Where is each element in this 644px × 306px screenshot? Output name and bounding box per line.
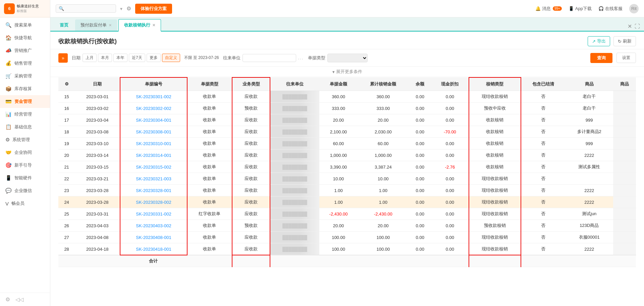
row-verifytype: 预收中应收 — [469, 103, 521, 114]
partner-filter-input[interactable] — [243, 54, 296, 62]
tab-prepay-close[interactable]: ✕ — [109, 23, 112, 27]
doc-no-link[interactable]: SK-20230408-001 — [136, 235, 171, 240]
row-verifytype: 收款核销 — [469, 126, 521, 138]
row-date: 2023-03-04 — [75, 114, 120, 126]
sidebar-item-guide[interactable]: 🎯 新手引导 — [0, 159, 50, 172]
doc-no-link[interactable]: SK-20230315-002 — [136, 165, 171, 170]
date-this-month-btn[interactable]: 本月 — [98, 54, 112, 62]
doc-no-link[interactable]: SK-20230301-002 — [136, 94, 171, 99]
doc-no-link[interactable]: SK-20230328-001 — [136, 188, 171, 193]
table-row: 25 2023-03-31 SK-20230331-002 红字收款单 应收款 … — [58, 208, 636, 220]
home-icon: 🏠 — [5, 35, 12, 41]
doc-no-link[interactable]: SK-20230331-002 — [136, 211, 171, 217]
sidebar-item-purchase[interactable]: 🛒 采购管理 — [0, 70, 50, 82]
content-area: 收款核销执行(按收款) ↗ 导出 ↻ 刷新 » 日期 上月 本月 — [50, 32, 644, 306]
sidebar-item-sales[interactable]: 💰 销售管理 — [0, 57, 50, 70]
table-row: 28 2023-04-18 SK-20230418-001 收款单 应收款 ██… — [58, 243, 636, 255]
row-cash-discount: 0.00 — [431, 149, 469, 161]
date-last-month-btn[interactable]: 上月 — [83, 54, 97, 62]
export-icon: ↗ — [592, 39, 596, 44]
sidebar-item-finance[interactable]: 💳 资金管理 — [0, 95, 50, 108]
topbar-search-input[interactable] — [65, 6, 106, 11]
row-cumulative: 20.00 — [358, 114, 409, 126]
receipt-type-label: 单据类型 — [308, 55, 325, 61]
row-goods: 测试jun — [565, 208, 613, 220]
partner-cell: ████████ — [270, 173, 319, 185]
date-more-btn[interactable]: 更多 — [147, 54, 161, 62]
user-avatar[interactable]: Rit — [629, 4, 639, 13]
doc-no-link[interactable]: SK-20230314-001 — [136, 153, 171, 158]
table-row: 18 2023-03-08 SK-20230308-001 收款单 应收款 ██… — [58, 126, 636, 138]
sidebar-item-search[interactable]: 🔍 搜索菜单 — [0, 19, 50, 32]
date-7days-btn[interactable]: 近7天 — [129, 54, 145, 62]
sidebar-item-member[interactable]: V 畅会员 — [0, 197, 50, 210]
filter-bar: » 日期 上月 本月 本年 近7天 更多 自定义 不限 至 2023-07-26… — [50, 49, 644, 67]
row-cash-discount: 0.00 — [431, 232, 469, 243]
table-row: 24 2023-03-28 SK-20230328-002 收款单 应收款 ██… — [58, 196, 636, 208]
tab-main-close[interactable]: ✕ — [152, 23, 155, 27]
row-settled: 否 — [521, 220, 566, 232]
doc-no-link[interactable]: SK-20230310-001 — [136, 141, 171, 146]
topbar: 🔍 ▾ ⚙ 体验行业方案 🔔 消息 99+ 📱 App下载 🎧 在线客服 Rit — [50, 0, 644, 17]
row-amount: 20.00 — [319, 114, 358, 126]
row-balance: 0.00 — [409, 196, 431, 208]
doc-no-link[interactable]: SK-20230328-002 — [136, 200, 171, 205]
doc-no-link[interactable]: SK-20230302-002 — [136, 106, 171, 111]
tab-expand-btn[interactable]: ⛶ — [635, 23, 640, 29]
sidebar-item-nav[interactable]: 🏠 快捷导航 — [0, 32, 50, 44]
date-filter-label: 日期 — [72, 55, 80, 61]
row-settled: 否 — [521, 173, 566, 185]
row-balance: 0.00 — [409, 149, 431, 161]
trial-btn[interactable]: 体验行业方案 — [135, 4, 172, 14]
tab-main[interactable]: 收款核销执行 ✕ — [118, 19, 161, 32]
row-cumulative: 100.00 — [358, 232, 409, 243]
date-this-year-btn[interactable]: 本年 — [113, 54, 127, 62]
row-cash-discount: 0.00 — [431, 196, 469, 208]
row-docno: SK-20230328-001 — [120, 185, 187, 196]
sidebar-item-wechat[interactable]: 💬 企业微信 — [0, 184, 50, 197]
topbar-gear-icon[interactable]: ⚙ — [126, 5, 131, 12]
sidebar-item-operation[interactable]: 📊 经营管理 — [0, 108, 50, 121]
expand-more-btn[interactable]: ▾ 展开更多条件 — [332, 69, 362, 75]
row-no: 20 — [58, 149, 75, 161]
sidebar-item-marketing[interactable]: 📣 营销推广 — [0, 44, 50, 57]
receipt-type-select[interactable]: 收款单 红字收款单 — [327, 54, 368, 62]
query-btn[interactable]: 查询 — [590, 53, 612, 63]
row-cash-discount: 0.00 — [431, 173, 469, 185]
settings-icon[interactable]: ⚙ — [5, 296, 10, 303]
doc-no-link[interactable]: SK-20230304-001 — [136, 118, 171, 123]
tab-close-btn[interactable]: ✕ — [628, 23, 632, 29]
collapse-icon[interactable]: ◁◁ — [15, 296, 23, 303]
export-btn[interactable]: ↗ 导出 — [588, 36, 610, 46]
partner-cell: ████████ — [270, 91, 319, 103]
doc-no-link[interactable]: SK-20230308-001 — [136, 129, 171, 134]
table-row: 19 2023-03-10 SK-20230310-001 收款单 应收款 ██… — [58, 138, 636, 149]
sidebar-item-inventory[interactable]: 📦 库存核算 — [0, 82, 50, 95]
online-service-action[interactable]: 🎧 在线客服 — [598, 6, 623, 12]
row-settled: 否 — [521, 103, 566, 114]
refresh-btn[interactable]: ↻ 刷新 — [613, 36, 636, 46]
dropdown-icon[interactable]: ▾ — [120, 6, 122, 11]
settings-btn[interactable]: 设置 — [616, 53, 636, 63]
sidebar-item-basic[interactable]: 📋 基础信息 — [0, 121, 50, 133]
date-custom-btn[interactable]: 自定义 — [162, 54, 180, 62]
tab-home[interactable]: 首页 — [54, 19, 74, 31]
tab-prepay[interactable]: 预付款应付单 ✕ — [75, 19, 117, 31]
topbar-actions: 🔔 消息 99+ 📱 App下载 🎧 在线客服 Rit — [535, 4, 639, 13]
doc-no-link[interactable]: SK-20230418-001 — [136, 247, 171, 252]
notification-action[interactable]: 🔔 消息 99+ — [535, 6, 562, 12]
col-date-header: 日期 — [75, 77, 120, 91]
row-settled: 否 — [521, 185, 566, 196]
sidebar-item-corp[interactable]: 🤝 企业协同 — [0, 146, 50, 159]
doc-no-link[interactable]: SK-20230403-002 — [136, 223, 171, 228]
row-goods2 — [613, 161, 636, 173]
app-download-action[interactable]: 📱 App下载 — [569, 6, 592, 12]
row-balance: 0.00 — [409, 103, 431, 114]
sidebar-item-system[interactable]: ⚙ 系统管理 — [0, 133, 50, 146]
row-biztype: 应收款 — [232, 126, 270, 138]
doc-no-link[interactable]: SK-20230321-003 — [136, 176, 171, 181]
sidebar-item-hardware[interactable]: 📱 智能硬件 — [0, 172, 50, 184]
row-goods: 多计量商品2 — [565, 126, 613, 138]
topbar-search-box[interactable]: 🔍 — [56, 4, 116, 13]
filter-expand-btn[interactable]: » — [58, 53, 68, 63]
